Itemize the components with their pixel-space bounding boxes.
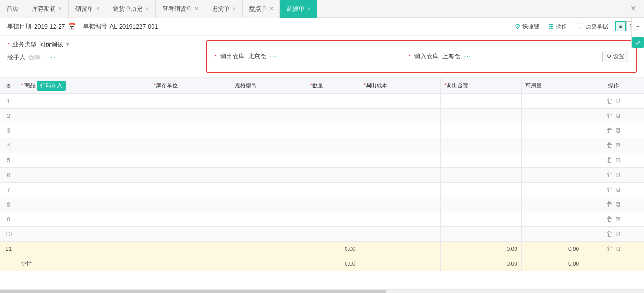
- transfer-out-more-button[interactable]: ···: [270, 52, 277, 61]
- th-settings[interactable]: ⚙: [0, 78, 17, 94]
- cell-cost[interactable]: [359, 227, 440, 242]
- history-button[interactable]: 📄 历史单据: [574, 22, 610, 31]
- copy-icon[interactable]: ⧉: [616, 215, 620, 223]
- tab-inventory-init-close[interactable]: ×: [59, 6, 62, 12]
- delete-icon[interactable]: 🗑: [606, 171, 613, 178]
- delete-icon[interactable]: 🗑: [606, 215, 613, 223]
- cell-cost[interactable]: [359, 138, 440, 153]
- cell-available[interactable]: [521, 212, 583, 227]
- cell-cost[interactable]: [359, 123, 440, 138]
- cell-available[interactable]: [521, 168, 583, 183]
- cell-available[interactable]: [521, 138, 583, 153]
- handler-select[interactable]: 选择...: [28, 53, 45, 61]
- cell-product[interactable]: [17, 94, 150, 109]
- cell-amount[interactable]: [440, 138, 521, 153]
- cell-spec[interactable]: [231, 197, 306, 212]
- tab-view-sales-close[interactable]: ×: [195, 6, 198, 12]
- cell-product[interactable]: [17, 138, 150, 153]
- cell-spec[interactable]: [231, 227, 306, 242]
- copy-icon[interactable]: ⧉: [616, 245, 620, 252]
- business-type-select[interactable]: 同价调拨 ▼: [39, 40, 70, 49]
- tab-sales-order[interactable]: 销货单 ×: [69, 0, 106, 18]
- grid-toggle-list[interactable]: ≡: [615, 21, 626, 31]
- cell-qty[interactable]: [306, 212, 359, 227]
- cell-unit[interactable]: [150, 227, 231, 242]
- cell-available[interactable]: [521, 123, 583, 138]
- cell-spec[interactable]: [231, 242, 306, 256]
- cell-cost[interactable]: [359, 109, 440, 123]
- date-value[interactable]: 2019-12-27: [34, 23, 65, 30]
- copy-icon[interactable]: ⧉: [616, 97, 620, 104]
- delete-icon[interactable]: 🗑: [606, 127, 613, 134]
- cell-spec[interactable]: [231, 168, 306, 183]
- cell-spec[interactable]: [231, 183, 306, 197]
- sidebar-list-icon[interactable]: ≡: [632, 22, 644, 33]
- tab-view-sales[interactable]: 查看销货单 ×: [156, 0, 205, 18]
- cell-available[interactable]: [521, 227, 583, 242]
- cell-qty[interactable]: [306, 123, 359, 138]
- scroll-thumb[interactable]: [0, 290, 386, 293]
- delete-icon[interactable]: 🗑: [606, 245, 613, 252]
- cell-unit[interactable]: [150, 109, 231, 123]
- delete-icon[interactable]: 🗑: [606, 97, 613, 104]
- cell-unit[interactable]: [150, 183, 231, 197]
- cell-available[interactable]: [521, 183, 583, 197]
- delete-icon[interactable]: 🗑: [606, 156, 613, 164]
- panel-settings-button[interactable]: ⚙ 设置: [602, 51, 628, 62]
- tab-transfer[interactable]: 调拨单 ×: [280, 0, 317, 18]
- cell-product[interactable]: [17, 227, 150, 242]
- cell-product[interactable]: [17, 183, 150, 197]
- cell-amount[interactable]: [440, 94, 521, 109]
- cell-unit[interactable]: [150, 242, 231, 256]
- cell-unit[interactable]: [150, 138, 231, 153]
- tab-stocktake-close[interactable]: ×: [270, 6, 273, 12]
- cell-product[interactable]: [17, 123, 150, 138]
- cell-qty[interactable]: [306, 153, 359, 168]
- cell-available[interactable]: [521, 197, 583, 212]
- cell-unit[interactable]: [150, 153, 231, 168]
- cell-cost[interactable]: [359, 168, 440, 183]
- cell-unit[interactable]: [150, 197, 231, 212]
- copy-icon[interactable]: ⧉: [616, 201, 620, 208]
- tab-stocktake[interactable]: 盘点单 ×: [243, 0, 280, 18]
- cell-available[interactable]: [521, 94, 583, 109]
- cell-spec[interactable]: [231, 109, 306, 123]
- horizontal-scrollbar[interactable]: [0, 289, 644, 293]
- cell-amount[interactable]: [440, 153, 521, 168]
- tab-sales-history-close[interactable]: ×: [146, 6, 149, 12]
- cell-qty[interactable]: [306, 183, 359, 197]
- cell-spec[interactable]: [231, 212, 306, 227]
- close-window-button[interactable]: ✕: [626, 2, 639, 15]
- cell-product[interactable]: [17, 109, 150, 123]
- cell-available[interactable]: [521, 153, 583, 168]
- cell-product[interactable]: [17, 242, 150, 256]
- delete-icon[interactable]: 🗑: [606, 186, 613, 193]
- cell-spec[interactable]: [231, 123, 306, 138]
- cell-amount[interactable]: [440, 212, 521, 227]
- sidebar-expand-icon[interactable]: ⤢: [632, 37, 644, 48]
- cell-cost[interactable]: [359, 197, 440, 212]
- shortcut-button[interactable]: ⚙ 快捷键: [513, 22, 541, 31]
- handler-more-button[interactable]: ···: [48, 53, 55, 61]
- cell-qty[interactable]: [306, 94, 359, 109]
- transfer-in-more-button[interactable]: ···: [464, 52, 471, 61]
- copy-icon[interactable]: ⧉: [616, 230, 620, 238]
- cell-amount[interactable]: [440, 197, 521, 212]
- delete-icon[interactable]: 🗑: [606, 112, 613, 119]
- cell-available[interactable]: [521, 109, 583, 123]
- delete-icon[interactable]: 🗑: [606, 230, 613, 238]
- tab-sales-history[interactable]: 销货单历史 ×: [106, 0, 156, 18]
- cell-amount[interactable]: [440, 168, 521, 183]
- transfer-out-value[interactable]: 北京仓: [248, 52, 266, 61]
- cell-spec[interactable]: [231, 153, 306, 168]
- delete-icon[interactable]: 🗑: [606, 201, 613, 208]
- cell-amount[interactable]: [440, 183, 521, 197]
- cell-qty[interactable]: [306, 109, 359, 123]
- scan-input-button[interactable]: 扫码录入: [37, 81, 66, 91]
- cell-amount[interactable]: [440, 123, 521, 138]
- tab-inventory-init[interactable]: 库存期初 ×: [25, 0, 69, 18]
- copy-icon[interactable]: ⧉: [616, 171, 620, 178]
- cell-unit[interactable]: [150, 168, 231, 183]
- tab-transfer-close[interactable]: ×: [307, 6, 310, 12]
- copy-icon[interactable]: ⧉: [616, 112, 620, 119]
